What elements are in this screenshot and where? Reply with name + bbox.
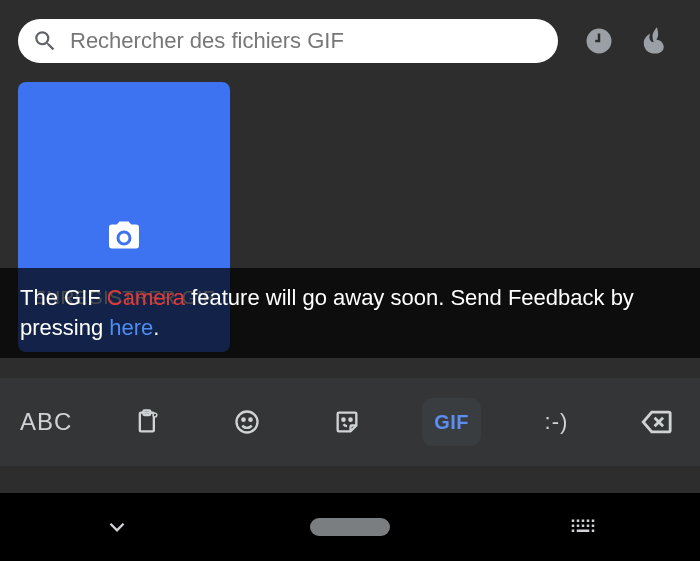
toast-post: . — [153, 315, 159, 340]
svg-rect-10 — [582, 520, 585, 523]
toast-highlight: Camera — [107, 285, 185, 310]
abc-button[interactable]: ABC — [20, 398, 72, 446]
abc-label: ABC — [20, 408, 72, 436]
search-placeholder: Rechercher des fichiers GIF — [70, 28, 344, 54]
deprecation-toast: The GIF Camera feature will go away soon… — [0, 268, 700, 358]
search-input[interactable]: Rechercher des fichiers GIF — [18, 19, 558, 63]
svg-rect-19 — [577, 530, 590, 533]
toast-link[interactable]: here — [109, 315, 153, 340]
svg-rect-15 — [582, 525, 585, 528]
emoji-icon — [233, 408, 261, 436]
keyboard-icon — [568, 512, 598, 542]
svg-rect-17 — [592, 525, 595, 528]
sticker-icon — [333, 408, 361, 436]
gif-search-panel: Rechercher des fichiers GIF ENREGISTRER … — [0, 0, 700, 561]
emoji-button[interactable] — [223, 398, 271, 446]
svg-rect-9 — [577, 520, 580, 523]
sticker-button[interactable] — [323, 398, 371, 446]
camera-icon — [106, 217, 142, 253]
search-icon — [32, 28, 58, 54]
clipboard-icon — [134, 408, 162, 436]
svg-rect-13 — [572, 525, 575, 528]
toast-pre: The GIF — [20, 285, 107, 310]
clipboard-button[interactable] — [124, 398, 172, 446]
svg-rect-16 — [587, 525, 590, 528]
backspace-button[interactable] — [632, 398, 680, 446]
emoticon-button[interactable]: :-) — [532, 398, 580, 446]
svg-point-4 — [243, 419, 245, 421]
recent-icon[interactable] — [584, 26, 614, 56]
svg-rect-11 — [587, 520, 590, 523]
emoticon-label: :-) — [545, 409, 569, 435]
keyboard-category-bar: ABC GIF :-) — [0, 378, 700, 466]
svg-point-6 — [342, 419, 344, 421]
svg-rect-18 — [572, 530, 575, 533]
nav-home[interactable] — [310, 507, 390, 547]
gif-tab-selected[interactable]: GIF — [422, 398, 481, 446]
svg-rect-12 — [592, 520, 595, 523]
svg-point-3 — [237, 412, 258, 433]
svg-rect-20 — [592, 530, 595, 533]
home-pill-icon — [310, 518, 390, 536]
search-row: Rechercher des fichiers GIF — [18, 19, 682, 63]
nav-back[interactable] — [77, 507, 157, 547]
svg-point-5 — [250, 419, 252, 421]
backspace-icon — [639, 405, 673, 439]
svg-point-7 — [349, 419, 351, 421]
toast-text: The GIF Camera feature will go away soon… — [20, 283, 680, 343]
trending-icon[interactable] — [640, 26, 670, 56]
gif-label: GIF — [434, 411, 469, 434]
nav-keyboard-switch[interactable] — [543, 507, 623, 547]
system-nav-bar — [0, 493, 700, 561]
svg-rect-14 — [577, 525, 580, 528]
svg-rect-8 — [572, 520, 575, 523]
chevron-down-icon — [104, 514, 130, 540]
